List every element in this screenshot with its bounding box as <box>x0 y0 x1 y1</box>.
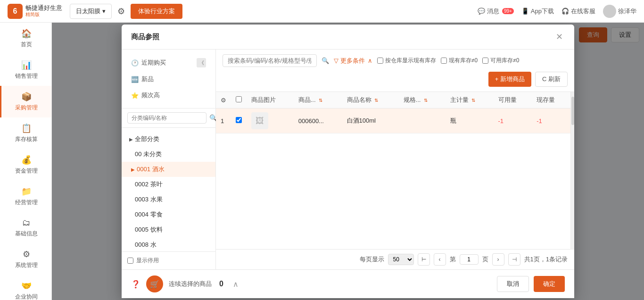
page-last-btn[interactable]: ⊣ <box>508 253 520 266</box>
sidebar-icon-4: 💰 <box>21 155 32 165</box>
sort-icon-code: ⇅ <box>319 98 322 103</box>
checkbox-available-nonzero[interactable]: 可用库存≠0 <box>482 57 519 65</box>
sidebar-label-3: 库存核算 <box>15 135 38 143</box>
sidebar-item-6[interactable]: 🗂基础信息 <box>0 212 51 243</box>
sidebar-icon-6: 🗂 <box>22 218 31 228</box>
cat-item-0001[interactable]: ▶ 0001 酒水 <box>122 162 215 177</box>
nav-user[interactable]: 徐泽华 <box>603 5 636 18</box>
refresh-btn[interactable]: C 刷新 <box>535 72 568 87</box>
select-all-checkbox[interactable] <box>236 96 242 102</box>
sort-icon-unit: ⇅ <box>471 98 475 103</box>
checkbox-stock-nonzero[interactable]: 现有库存≠0 <box>441 57 478 65</box>
star-icon: ⭐ <box>131 92 139 99</box>
message-badge: 99+ <box>502 8 514 14</box>
col-spec[interactable]: 规格... ⇅ <box>399 92 446 108</box>
selected-label: 连续选择的商品 <box>169 280 212 288</box>
page-next-btn[interactable]: › <box>492 253 504 266</box>
category-search-row: 🔍 <box>122 108 215 128</box>
show-disabled-checkbox[interactable] <box>127 258 133 264</box>
nav-dropdown-label: 日太阳膜 <box>76 7 100 16</box>
table-row[interactable]: 1 🖼 000600... <box>216 108 570 133</box>
cancel-button[interactable]: 取消 <box>497 276 529 292</box>
experience-btn[interactable]: 体验行业方案 <box>131 4 182 19</box>
footer-right: 取消 确定 <box>497 276 565 292</box>
col-name[interactable]: 商品名称 ⇅ <box>342 92 399 108</box>
filter-btn[interactable]: ▽ 更多条件 ∧ <box>334 57 372 65</box>
sidebar-item-2[interactable]: 📦采购管理 <box>0 86 51 117</box>
col-unit[interactable]: 主计量 ⇅ <box>446 92 494 108</box>
sidebar-icon-1: 📊 <box>21 60 32 70</box>
total-pages-label: 共1页，1条记录 <box>524 255 568 264</box>
cat-item-0008[interactable]: 0008 水 <box>122 237 215 251</box>
toolbar-right: + 新增商品 C 刷新 <box>488 72 568 87</box>
cat-item-0002[interactable]: 0002 茶叶 <box>122 177 215 192</box>
checkbox-warehouse-input[interactable] <box>377 58 383 64</box>
collapse-footer-icon[interactable]: ∧ <box>233 280 239 289</box>
help-icon[interactable]: ❓ <box>131 280 140 289</box>
filter-arrow-icon: ∧ <box>368 57 372 64</box>
headset-icon: 🎧 <box>561 8 569 15</box>
recent-icon: 🕐 <box>131 59 139 67</box>
cat-item-0005[interactable]: 0005 饮料 <box>122 222 215 237</box>
nav-dropdown[interactable]: 日太阳膜 ▾ <box>70 4 112 19</box>
confirm-button[interactable]: 确定 <box>534 276 565 292</box>
checkbox-warehouse[interactable]: 按仓库显示现有库存 <box>377 57 436 65</box>
sidebar-item-5[interactable]: 📁经营管理 <box>0 181 51 212</box>
right-panel: 🔍 ▽ 更多条件 ∧ 按仓库显示现有库存 <box>216 50 574 269</box>
sidebar-item-4[interactable]: 💰资金管理 <box>0 149 51 181</box>
sidebar-label-8: 企业协同 <box>15 293 38 300</box>
sidebar-item-3[interactable]: 📋库存核算 <box>0 117 51 149</box>
left-tab-recent[interactable]: 🕐 近期购买 《 <box>127 55 210 70</box>
chevron-down-icon: ▾ <box>102 8 106 15</box>
sidebar-item-1[interactable]: 📊销售管理 <box>0 54 51 86</box>
checkbox-stock-input[interactable] <box>441 58 447 64</box>
sidebar-icon-7: ⚙ <box>23 249 30 259</box>
table-container: ⚙ 商品图片 商品... ⇅ <box>216 92 574 249</box>
category-search-input[interactable] <box>127 112 206 124</box>
modal-close-button[interactable]: ✕ <box>553 31 565 42</box>
left-tab-new[interactable]: 🆕 新品 <box>127 72 210 86</box>
sort-icon-name: ⇅ <box>374 98 378 103</box>
table-scroll: ⚙ 商品图片 商品... ⇅ <box>216 92 570 249</box>
scrollbar-track <box>570 92 574 249</box>
search-icon[interactable]: 🔍 <box>322 57 329 64</box>
left-tab-frequent[interactable]: ⭐ 频次高 <box>127 88 210 102</box>
add-product-btn[interactable]: + 新增商品 <box>488 72 531 87</box>
nav-messages[interactable]: 💬 消息 99+ <box>478 7 514 16</box>
product-search-input[interactable] <box>223 54 317 67</box>
col-settings[interactable]: ⚙ <box>216 92 231 108</box>
sidebar-icon-2: 📦 <box>21 92 32 102</box>
row-checkbox[interactable] <box>236 117 242 123</box>
collapse-left-btn[interactable]: 《 <box>197 58 206 67</box>
cat-item-00[interactable]: 00 未分类 <box>122 147 215 162</box>
cell-name: 白酒100ml <box>342 108 399 133</box>
cat-item-0004[interactable]: 0004 零食 <box>122 207 215 222</box>
cat-item-0003[interactable]: 0003 水果 <box>122 192 215 207</box>
pagination-bar: 每页显示 50 10 20 100 ⊢ ‹ 第 页 <box>216 249 574 269</box>
page-input[interactable] <box>460 254 479 265</box>
nav-app-download[interactable]: 📱 App下载 <box>521 7 554 16</box>
col-stock: 现存量 <box>532 92 570 108</box>
page-prev-btn[interactable]: ‹ <box>434 253 446 266</box>
sidebar-item-8[interactable]: 🤝企业协同 <box>0 275 51 300</box>
sidebar-item-0[interactable]: 🏠首页 <box>0 23 51 54</box>
cell-checkbox[interactable] <box>231 108 247 133</box>
cat-item-all[interactable]: ▶ 全部分类 <box>122 132 215 147</box>
per-page-select[interactable]: 50 10 20 100 <box>388 254 414 265</box>
col-unit-label: 主计量 <box>450 96 469 103</box>
cart-button[interactable]: 🛒 <box>146 275 163 292</box>
col-code[interactable]: 商品... ⇅ <box>294 92 342 108</box>
product-table: ⚙ 商品图片 商品... ⇅ <box>216 92 570 133</box>
settings-icon[interactable]: ⚙ <box>117 6 125 17</box>
page-first-btn[interactable]: ⊢ <box>418 253 430 266</box>
sidebar-label-4: 资金管理 <box>15 167 38 175</box>
sidebar-item-7[interactable]: ⚙系统管理 <box>0 243 51 275</box>
scrollbar-thumb[interactable] <box>571 97 574 125</box>
checkbox-available-input[interactable] <box>482 58 488 64</box>
sidebar-icon-5: 📁 <box>21 186 32 197</box>
left-panel: 🕐 近期购买 《 🆕 新品 ⭐ 频次高 <box>122 50 216 269</box>
per-page-label: 每页显示 <box>360 255 384 264</box>
nav-online-service[interactable]: 🎧 在线客服 <box>561 7 595 16</box>
message-icon: 💬 <box>478 8 485 15</box>
sidebar-label-0: 首页 <box>21 41 32 49</box>
